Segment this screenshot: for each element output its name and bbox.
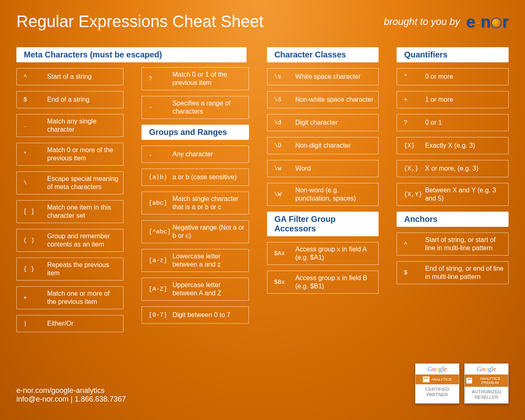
regex-description: Digit character [295, 119, 338, 127]
regex-symbol: (a|b) [148, 174, 172, 181]
regex-description: Group and remember contents as an item [47, 232, 119, 249]
regex-symbol: ( ) [23, 237, 47, 244]
regex-description: Repeats the previous item [47, 261, 119, 277]
regex-symbol: | [23, 320, 47, 327]
regex-symbol: \w [274, 165, 295, 172]
regex-item: [A-Z]Uppercase letter between A and Z [142, 278, 249, 301]
regex-symbol: * [23, 151, 47, 158]
regex-description: Match 0 or more of the previous item [47, 146, 119, 162]
regex-item: $AxAccess group x in field A (e.g. $A1) [267, 242, 379, 265]
regex-symbol: ^ [23, 73, 47, 80]
regex-description: Non-word (e.g. punctuation, spaces) [295, 186, 374, 203]
regex-symbol: \D [274, 142, 295, 149]
regex-item: {X,}X or more, (e.g. 3) [397, 160, 509, 177]
regex-symbol: ? [148, 75, 172, 82]
regex-symbol: $ [23, 96, 47, 103]
regex-symbol: . [23, 122, 47, 129]
regex-item: {X}Exactly X (e.g. 3) [397, 137, 509, 154]
section-groups: Groups and Ranges [142, 125, 249, 140]
regex-item: ^Start of a string [16, 68, 123, 85]
regex-symbol: [ ] [23, 208, 47, 215]
google-logo-icon: Google [415, 364, 459, 374]
column-4: Quantifiers *0 or more+1 or more?0 or 1{… [397, 47, 509, 332]
regex-description: White space character [295, 73, 361, 81]
regex-description: Lowercase letter between a and z [172, 252, 244, 269]
section-quant: Quantifiers [397, 47, 509, 62]
regex-item: |Either/Or [16, 315, 123, 332]
regex-symbol: + [404, 96, 425, 103]
regex-item: [a-z]Lowercase letter between a and z [142, 249, 249, 272]
regex-item: .Any character [142, 146, 249, 163]
regex-description: Match any single character [47, 117, 119, 134]
regex-description: Access group x in field B (e.g. $B1) [295, 274, 374, 290]
regex-symbol: $Bx [274, 279, 295, 286]
regex-symbol: {X,Y} [404, 191, 425, 198]
regex-item: \wWord [267, 160, 379, 177]
page-title: Regular Expressions Cheat Sheet [16, 12, 264, 31]
regex-description: Start of a string [47, 73, 92, 81]
section-classes: Character Classes [267, 47, 379, 62]
regex-symbol: \W [274, 191, 295, 198]
regex-description: X or more, (e.g. 3) [425, 164, 478, 173]
badge-certified-partner: Google ANALYTICS CERTIFIED PARTNER [415, 363, 459, 404]
regex-symbol: {X} [404, 142, 425, 149]
badges: Google ANALYTICS CERTIFIED PARTNER Googl… [415, 363, 509, 404]
regex-symbol: { } [23, 266, 47, 273]
book-icon [466, 378, 472, 383]
regex-description: a or b (case sensitive) [172, 173, 237, 181]
brought-text: brought to you by [384, 16, 460, 27]
regex-item: $End of string, or end of line in multi-… [397, 261, 509, 284]
regex-description: Digit between 0 to 7 [172, 311, 230, 319]
regex-description: Non-digit character [295, 142, 351, 150]
regex-description: Start of string, or start of line in mul… [425, 236, 504, 252]
regex-item: { }Repeats the previous item [16, 258, 123, 281]
regex-item: {X,Y}Between X and Y (e.g. 3 and 5) [397, 183, 509, 206]
regex-description: End of string, or end of line in multi-l… [425, 265, 504, 281]
regex-symbol: ^ [404, 241, 425, 248]
brought-by: brought to you by e-nr [384, 13, 509, 31]
regex-description: Match one or more of the previous item [47, 290, 119, 306]
regex-item: \Escape special meaning of meta characte… [16, 171, 123, 194]
column-2: ?Match 0 or 1 of the previous item-Speci… [142, 47, 249, 332]
google-logo-icon: Google [465, 364, 508, 374]
regex-symbol: \ [23, 180, 47, 187]
regex-description: 1 or more [425, 96, 453, 104]
regex-description: 0 or 1 [425, 119, 442, 127]
regex-symbol: $Ax [274, 250, 295, 257]
regex-symbol: [a-z] [148, 257, 172, 264]
regex-description: Between X and Y (e.g. 3 and 5) [425, 186, 504, 203]
section-meta: Meta Characters (must be escaped) [16, 47, 247, 62]
regex-item: [ ]Match one item in this character set [16, 200, 123, 223]
column-3: Character Classes \sWhite space characte… [267, 47, 379, 332]
regex-item: \dDigit character [267, 114, 379, 131]
regex-description: Specifies a range of characters [172, 99, 244, 116]
footer-url: e-nor.com/google-analytics [16, 386, 126, 395]
regex-description: Either/Or [47, 320, 73, 328]
header: Regular Expressions Cheat Sheet brought … [0, 0, 525, 39]
regex-item: ^Start of string, or start of line in mu… [397, 233, 509, 256]
regex-symbol: [0-7] [148, 312, 172, 319]
regex-item: \DNon-digit character [267, 137, 379, 154]
regex-description: Match single character that is a or b or… [172, 195, 244, 211]
regex-item: \WNon-word (e.g. punctuation, spaces) [267, 183, 379, 206]
regex-symbol: {X,} [404, 165, 425, 172]
regex-item: *0 or more [397, 68, 509, 85]
regex-item: [0-7]Digit between 0 to 7 [142, 306, 249, 324]
regex-symbol: + [23, 294, 47, 301]
regex-symbol: \S [274, 96, 295, 103]
regex-description: Negative range (Not a or b or c) [172, 224, 244, 240]
footer-contact: info@e-nor.com | 1.866.638.7367 [16, 395, 126, 404]
regex-symbol: \d [274, 119, 295, 126]
regex-item: $BxAccess group x in field B (e.g. $B1) [267, 271, 379, 294]
footer: e-nor.com/google-analytics info@e-nor.co… [16, 386, 126, 404]
book-icon [423, 377, 429, 382]
section-anchors: Anchors [397, 212, 509, 227]
regex-item: \sWhite space character [267, 68, 379, 85]
badge-authorized-reseller: Google ANALYTICS PREMIUM AUTHORIZED RESE… [464, 363, 509, 404]
globe-icon [491, 18, 502, 28]
regex-symbol: * [404, 73, 425, 80]
regex-symbol: . [148, 151, 172, 158]
regex-item: ?0 or 1 [397, 114, 509, 131]
column-1: Meta Characters (must be escaped) ^Start… [16, 47, 123, 332]
content: Meta Characters (must be escaped) ^Start… [0, 39, 525, 340]
